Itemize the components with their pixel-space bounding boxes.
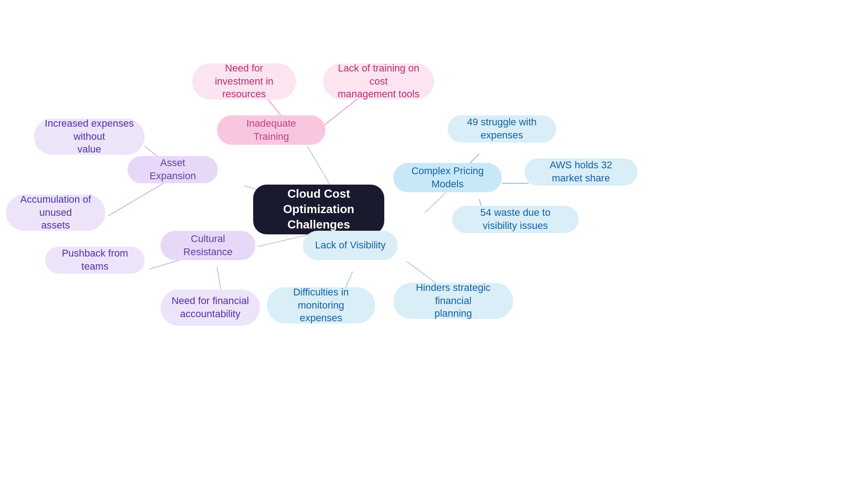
center-label: Cloud Cost Optimization Challenges bbox=[264, 186, 373, 232]
aws-market-node: AWS holds 32 market share bbox=[524, 158, 637, 186]
svg-line-12 bbox=[425, 191, 448, 213]
lack-training-tools-label: Lack of training on cost management tool… bbox=[334, 62, 423, 101]
lack-visibility-label: Lack of Visibility bbox=[315, 239, 386, 252]
waste-visibility-node: 54 waste due to visibility issues bbox=[452, 206, 579, 233]
increased-expenses-label: Increased expenses without value bbox=[45, 117, 134, 156]
increased-expenses-node: Increased expenses without value bbox=[34, 119, 145, 155]
need-financial-node: Need for financial accountability bbox=[160, 290, 260, 326]
inadequate-training-label: Inadequate Training bbox=[228, 117, 315, 143]
struggle-expenses-node: 49 struggle with expenses bbox=[448, 115, 556, 143]
hinders-planning-node: Hinders strategic financial planning bbox=[393, 283, 513, 319]
complex-pricing-label: Complex Pricing Models bbox=[404, 165, 491, 190]
need-investment-label: Need for investment in resources bbox=[203, 62, 285, 101]
pushback-teams-label: Pushback from teams bbox=[56, 247, 134, 273]
inadequate-training-node: Inadequate Training bbox=[217, 115, 326, 145]
accumulation-unused-node: Accumulation of unused assets bbox=[6, 195, 105, 231]
struggle-expenses-label: 49 struggle with expenses bbox=[458, 116, 545, 142]
need-financial-label: Need for financial accountability bbox=[171, 295, 249, 320]
asset-expansion-node: Asset Expansion bbox=[127, 156, 218, 183]
need-investment-node: Need for investment in resources bbox=[192, 63, 296, 100]
cultural-resistance-node: Cultural Resistance bbox=[160, 231, 255, 260]
pushback-teams-node: Pushback from teams bbox=[45, 247, 145, 274]
waste-visibility-label: 54 waste due to visibility issues bbox=[463, 206, 568, 232]
lack-training-tools-node: Lack of training on cost management tool… bbox=[323, 63, 434, 100]
center-node: Cloud Cost Optimization Challenges bbox=[253, 185, 384, 234]
lack-visibility-node: Lack of Visibility bbox=[303, 231, 398, 260]
complex-pricing-node: Complex Pricing Models bbox=[393, 163, 502, 192]
svg-line-5 bbox=[108, 181, 167, 216]
cultural-resistance-label: Cultural Resistance bbox=[171, 233, 245, 258]
aws-market-label: AWS holds 32 market share bbox=[535, 159, 627, 185]
asset-expansion-label: Asset Expansion bbox=[138, 157, 207, 182]
accumulation-unused-label: Accumulation of unused assets bbox=[17, 193, 94, 232]
difficulties-monitoring-label: Difficulties in monitoring expenses bbox=[278, 286, 364, 325]
hinders-planning-label: Hinders strategic financial planning bbox=[404, 281, 502, 320]
difficulties-monitoring-node: Difficulties in monitoring expenses bbox=[267, 287, 375, 323]
